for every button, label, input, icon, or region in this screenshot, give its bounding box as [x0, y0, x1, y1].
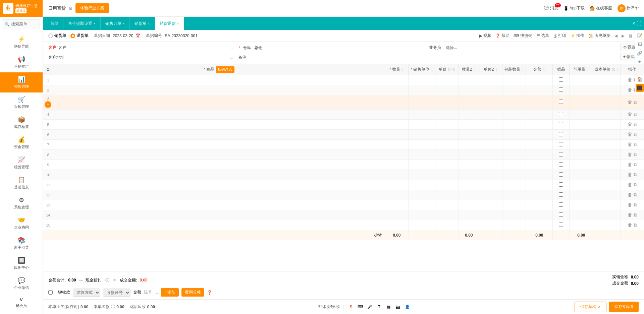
remark-input[interactable]: [250, 54, 423, 61]
sidebar-item-guide[interactable]: 📚 新手引导: [0, 233, 43, 253]
address-input[interactable]: [68, 54, 228, 61]
settlement-method-select[interactable]: 结算方式: [73, 289, 100, 297]
row-gift[interactable]: [553, 120, 570, 130]
row-qty2[interactable]: [459, 170, 479, 180]
sidebar-item-wechat[interactable]: 💬 企业微信: [0, 273, 43, 294]
row-unit[interactable]: [409, 160, 435, 170]
row-cost[interactable]: [593, 210, 621, 220]
row-qty[interactable]: [385, 170, 409, 180]
row-unit2[interactable]: [479, 130, 502, 140]
pkg-sort-icon[interactable]: ⇅: [521, 68, 524, 71]
row-pkg[interactable]: [502, 130, 526, 140]
row-qty2[interactable]: [459, 220, 479, 230]
row-price[interactable]: [435, 220, 459, 230]
row-unit[interactable]: [409, 210, 435, 220]
gift-checkbox[interactable]: [559, 212, 563, 217]
row-cost[interactable]: [593, 180, 621, 190]
row-product[interactable]: [53, 75, 385, 85]
row-amount[interactable]: [526, 95, 553, 110]
row-qty2[interactable]: [459, 180, 479, 190]
row-product[interactable]: [53, 140, 385, 150]
row-qty2[interactable]: [459, 160, 479, 170]
gift-checkbox[interactable]: [559, 162, 563, 167]
sidebar-item-sales[interactable]: 📊 销售管理: [0, 72, 43, 92]
row-amount[interactable]: [526, 170, 553, 180]
row-qty2[interactable]: [459, 200, 479, 210]
row-cost[interactable]: [593, 170, 621, 180]
row-gift[interactable]: [553, 140, 570, 150]
copy-row-icon[interactable]: ⧉: [634, 142, 637, 147]
row-gift[interactable]: [553, 150, 570, 160]
row-product[interactable]: [53, 170, 385, 180]
discount-info-icon[interactable]: ⓘ: [105, 277, 109, 283]
row-qty2[interactable]: [459, 140, 479, 150]
row-available[interactable]: [570, 190, 593, 200]
row-amount[interactable]: [526, 190, 553, 200]
fee-help-icon[interactable]: ❓: [207, 290, 212, 295]
row-qty[interactable]: [385, 160, 409, 170]
row-amount[interactable]: [526, 140, 553, 150]
row-price[interactable]: [435, 170, 459, 180]
row-price[interactable]: [435, 160, 459, 170]
row-unit[interactable]: [409, 95, 435, 110]
tab-close-sales-delivery[interactable]: ×: [148, 22, 150, 25]
row-qty[interactable]: [385, 110, 409, 120]
tab-price-setting[interactable]: 售价提取设置 ×: [63, 17, 101, 30]
row-product[interactable]: [53, 85, 385, 95]
gift-checkbox[interactable]: [559, 142, 563, 146]
row-gift[interactable]: [553, 180, 570, 190]
sogou-icon[interactable]: S: [347, 303, 355, 311]
row-pkg[interactable]: [502, 75, 526, 85]
copy-row-icon[interactable]: ⧉: [634, 162, 637, 167]
gift-checkbox[interactable]: [559, 132, 563, 136]
mini-home-icon[interactable]: 🏠: [636, 75, 644, 83]
row-cost[interactable]: [593, 110, 621, 120]
row-unit2[interactable]: [479, 140, 502, 150]
row-unit2[interactable]: [479, 85, 502, 95]
nav-prev-icon[interactable]: ◀: [614, 34, 618, 38]
address-lookup-icon[interactable]: ...: [230, 55, 233, 60]
row-unit[interactable]: [409, 150, 435, 160]
row-product[interactable]: [53, 180, 385, 190]
row-price[interactable]: [435, 190, 459, 200]
row-qty[interactable]: [385, 85, 409, 95]
row-gift[interactable]: [553, 190, 570, 200]
row-unit2[interactable]: [479, 170, 502, 180]
sidebar-item-operation[interactable]: 📈 经营管理: [0, 153, 43, 173]
delete-row-icon[interactable]: 🗑: [628, 112, 632, 117]
delete-row-icon[interactable]: 🗑: [628, 162, 632, 167]
gift-checkbox[interactable]: [559, 202, 563, 207]
copy-row-icon[interactable]: ⧉: [634, 112, 637, 117]
add-payment-button[interactable]: + 添加: [161, 288, 179, 297]
row-amount[interactable]: [526, 220, 553, 230]
row-cost[interactable]: [593, 220, 621, 230]
tab-home[interactable]: 首页: [46, 17, 63, 30]
row-available[interactable]: [570, 95, 593, 110]
row-product[interactable]: [53, 130, 385, 140]
row-unit[interactable]: [409, 190, 435, 200]
copy-row-icon[interactable]: ⧉: [634, 202, 637, 207]
sidebar-item-cooperation[interactable]: 🤝 企业协同: [0, 213, 43, 233]
sidebar-item-system[interactable]: ⚙ 系统管理: [0, 193, 43, 213]
mini-link-icon[interactable]: 🔗: [636, 49, 644, 57]
bank-account-select[interactable]: 收款账号: [103, 289, 130, 297]
grid-toggle-icon[interactable]: ▦: [629, 34, 632, 38]
row-qty[interactable]: [385, 200, 409, 210]
mic-icon[interactable]: 🎤: [366, 303, 374, 311]
copy-row-icon[interactable]: ⧉: [634, 152, 637, 157]
row-product[interactable]: [53, 220, 385, 230]
row-qty2[interactable]: [459, 110, 479, 120]
delete-row-icon[interactable]: 🗑: [628, 87, 632, 92]
row-amount[interactable]: [526, 110, 553, 120]
sidebar-item-purchase[interactable]: 🛒 采购管理: [0, 92, 43, 113]
row-qty2[interactable]: [459, 190, 479, 200]
row-available[interactable]: [570, 170, 593, 180]
row-amount[interactable]: [526, 130, 553, 140]
row-gift[interactable]: [553, 130, 570, 140]
row-gift[interactable]: [553, 95, 570, 110]
row-unit2[interactable]: [479, 110, 502, 120]
row-price[interactable]: [435, 75, 459, 85]
delete-row-icon[interactable]: 🗑: [628, 172, 632, 177]
row-qty[interactable]: [385, 180, 409, 190]
row-cost[interactable]: [593, 150, 621, 160]
